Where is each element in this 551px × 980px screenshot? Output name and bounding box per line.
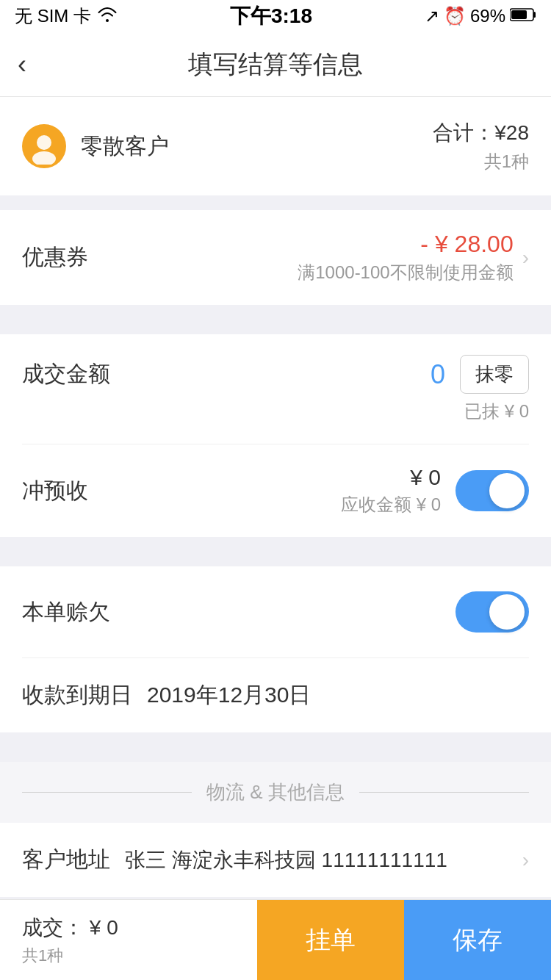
due-date-label: 收款到期日 xyxy=(22,680,132,710)
prepay-right: ¥ 0 应收金额 ¥ 0 xyxy=(341,465,529,516)
coupon-right: - ¥ 28.00 满1000-100不限制使用金额 › xyxy=(298,231,529,284)
coupon-card[interactable]: 优惠券 - ¥ 28.00 满1000-100不限制使用金额 › xyxy=(0,210,551,305)
coupon-row[interactable]: 优惠券 - ¥ 28.00 满1000-100不限制使用金额 › xyxy=(0,210,551,305)
nav-bar: ‹ 填写结算等信息 xyxy=(0,32,551,97)
status-bar: 无 SIM 卡 下午3:18 ↗ ⏰ 69% xyxy=(0,0,551,32)
location-icon: ↗ xyxy=(425,6,439,26)
customer-count: 共1种 xyxy=(433,150,529,173)
coupon-sub: 满1000-100不限制使用金额 xyxy=(298,261,513,284)
prepay-value: ¥ 0 xyxy=(341,465,441,490)
deal-amount-row: 成交金额 0 抹零 已抹 ¥ 0 xyxy=(0,334,551,444)
prepay-row: 冲预收 ¥ 0 应收金额 ¥ 0 xyxy=(0,444,551,537)
bottom-count: 共1种 xyxy=(22,945,235,967)
bottom-deal-label: 成交： xyxy=(22,916,84,939)
deal-amount-value[interactable]: 0 xyxy=(431,359,445,390)
wifi-icon xyxy=(97,6,118,26)
nav-title: 填写结算等信息 xyxy=(188,48,363,82)
prepay-label: 冲预收 xyxy=(22,476,88,506)
coupon-value: - ¥ 28.00 xyxy=(298,231,513,258)
credit-toggle[interactable] xyxy=(455,591,529,633)
deal-amount-label: 成交金额 xyxy=(22,359,110,389)
address-label: 客户地址 xyxy=(22,845,110,875)
round-zero-button[interactable]: 抹零 xyxy=(460,355,529,394)
svg-point-3 xyxy=(37,135,51,150)
deal-prepay-card: 成交金额 0 抹零 已抹 ¥ 0 冲预收 ¥ 0 应收金额 ¥ 0 xyxy=(0,334,551,537)
credit-toggle-knob xyxy=(489,594,525,630)
coupon-value-area: - ¥ 28.00 满1000-100不限制使用金额 xyxy=(298,231,513,284)
sep-line-left xyxy=(22,792,192,793)
back-button[interactable]: ‹ xyxy=(18,49,26,80)
credit-card: 本单赊欠 收款到期日 2019年12月30日 xyxy=(0,566,551,732)
coupon-label: 优惠券 xyxy=(22,242,88,273)
svg-rect-2 xyxy=(511,10,527,19)
coupon-chevron-icon: › xyxy=(522,246,529,270)
content: 零散客户 合计：¥28 共1种 优惠券 - ¥ 28.00 满1000-100不… xyxy=(0,97,551,980)
prepay-value-area: ¥ 0 应收金额 ¥ 0 xyxy=(341,465,441,516)
svg-rect-1 xyxy=(533,12,536,18)
customer-card: 零散客户 合计：¥28 共1种 xyxy=(0,97,551,195)
bottom-deal-value: ¥ 0 xyxy=(90,916,118,939)
due-date-value: 2019年12月30日 xyxy=(147,680,311,710)
hold-button[interactable]: 挂单 xyxy=(257,900,404,981)
sep-line-right xyxy=(359,792,529,793)
customer-left: 零散客户 xyxy=(22,124,169,168)
bottom-info: 成交： ¥ 0 共1种 xyxy=(0,914,257,967)
prepay-toggle[interactable] xyxy=(455,470,529,511)
customer-right: 合计：¥28 共1种 xyxy=(433,119,529,173)
prepay-toggle-knob xyxy=(489,473,525,508)
address-row[interactable]: 客户地址 张三 海淀永丰科技园 11111111111 › xyxy=(0,823,551,897)
credit-row: 本单赊欠 xyxy=(0,566,551,657)
status-left: 无 SIM 卡 xyxy=(15,4,118,28)
bottom-deal: 成交： ¥ 0 xyxy=(22,914,235,942)
section-break-2 xyxy=(0,552,551,566)
customer-total: 合计：¥28 xyxy=(433,119,529,147)
customer-row: 零散客户 合计：¥28 共1种 xyxy=(0,97,551,195)
battery-percent: 69% xyxy=(470,6,505,26)
logistics-sep-text: 物流 & 其他信息 xyxy=(206,779,345,805)
prepay-sub: 应收金额 ¥ 0 xyxy=(341,493,441,516)
alarm-icon: ⏰ xyxy=(444,6,466,26)
customer-name: 零散客户 xyxy=(81,131,169,162)
address-card[interactable]: 客户地址 张三 海淀永丰科技园 11111111111 › xyxy=(0,823,551,897)
address-value: 张三 海淀永丰科技园 11111111111 xyxy=(125,846,522,874)
status-time: 下午3:18 xyxy=(230,2,312,30)
customer-avatar xyxy=(22,124,66,168)
credit-label: 本单赊欠 xyxy=(22,597,110,627)
battery-icon xyxy=(510,6,536,26)
deal-amount-top: 成交金额 0 抹零 xyxy=(22,355,529,394)
no-sim-label: 无 SIM 卡 xyxy=(15,4,91,28)
bottom-bar: 成交： ¥ 0 共1种 挂单 保存 xyxy=(0,899,551,980)
logistics-separator: 物流 & 其他信息 xyxy=(0,762,551,823)
section-break-1 xyxy=(0,320,551,334)
section-break-3 xyxy=(0,747,551,762)
status-right: ↗ ⏰ 69% xyxy=(425,6,536,26)
save-button[interactable]: 保存 xyxy=(404,900,551,981)
due-date-row: 收款到期日 2019年12月30日 xyxy=(0,658,551,732)
address-chevron-icon: › xyxy=(522,849,529,872)
deal-amount-sub: 已抹 ¥ 0 xyxy=(22,400,529,423)
deal-amount-right: 0 抹零 xyxy=(431,355,529,394)
svg-point-4 xyxy=(32,151,56,165)
